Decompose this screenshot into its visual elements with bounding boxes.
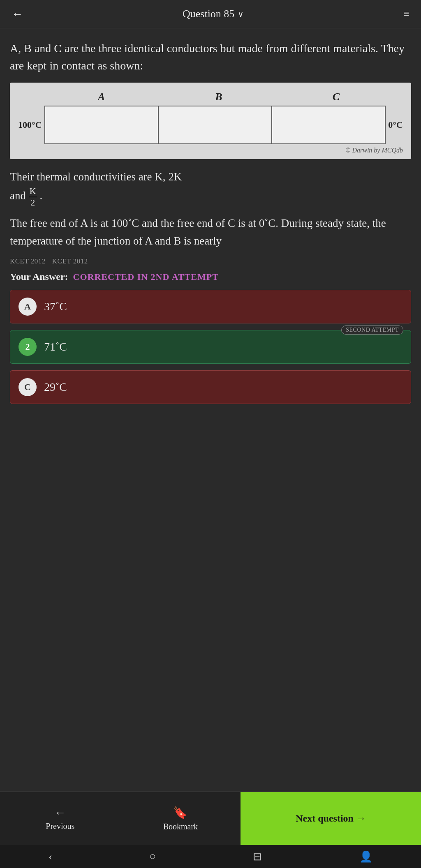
tag-0: KCET 2012 bbox=[10, 257, 46, 265]
header-title[interactable]: Question 85 ∨ bbox=[183, 8, 244, 20]
system-back-icon[interactable]: ‹ bbox=[49, 850, 52, 863]
your-answer-value: CORRECTED IN 2ND ATTEMPT bbox=[73, 272, 219, 282]
diagram-cell-b bbox=[159, 106, 272, 143]
next-question-button[interactable]: Next question → bbox=[241, 792, 421, 845]
next-question-label: Next question → bbox=[296, 813, 366, 824]
bookmark-label: Bookmark bbox=[163, 822, 198, 831]
back-icon: ← bbox=[54, 806, 66, 819]
option-a-badge: A bbox=[19, 298, 37, 316]
second-attempt-badge: SECOND ATTEMPT bbox=[341, 326, 403, 335]
diagram-label-a: A bbox=[43, 91, 160, 103]
previous-label: Previous bbox=[46, 822, 74, 831]
option-2[interactable]: SECOND ATTEMPT 2 71˚C bbox=[10, 330, 411, 364]
tags-row: KCET 2012 KCET 2012 bbox=[10, 257, 411, 265]
chevron-down-icon: ∨ bbox=[238, 9, 244, 19]
option-c-badge: C bbox=[19, 378, 37, 396]
system-menu-icon[interactable]: ⊟ bbox=[253, 850, 262, 863]
bottom-navigation: ← Previous 🔖 Bookmark Next question → bbox=[0, 792, 421, 845]
diagram-copyright: © Darwin by MCQdb bbox=[18, 147, 403, 154]
system-bar: ‹ ○ ⊟ 👤 bbox=[0, 845, 421, 868]
option-a[interactable]: A 37˚C bbox=[10, 290, 411, 323]
option-a-text: 37˚C bbox=[44, 300, 67, 313]
option-c[interactable]: C 29˚C bbox=[10, 370, 411, 404]
bookmark-icon: 🔖 bbox=[173, 806, 187, 820]
diagram-column-labels: A B C bbox=[43, 91, 395, 103]
question-title-text: Question 85 bbox=[183, 8, 234, 20]
content-area: A, B and C are the three identical condu… bbox=[0, 28, 421, 485]
diagram-temp-left: 100°C bbox=[18, 120, 42, 130]
menu-icon[interactable]: ≡ bbox=[403, 8, 409, 20]
previous-button[interactable]: ← Previous bbox=[0, 792, 120, 845]
diagram-cell-a bbox=[45, 106, 159, 143]
diagram-temp-right: 0°C bbox=[388, 120, 403, 130]
question-body-text: The free end of A is at 100˚C and the fr… bbox=[10, 215, 411, 250]
tag-1: KCET 2012 bbox=[52, 257, 88, 265]
header: ← Question 85 ∨ ≡ bbox=[0, 0, 421, 28]
extra-text-conductivities: Their thermal conductivities are K, 2K a… bbox=[10, 168, 411, 208]
your-answer-row: Your Answer: CORRECTED IN 2ND ATTEMPT bbox=[10, 271, 411, 282]
option-2-text: 71˚C bbox=[44, 340, 67, 353]
back-button[interactable]: ← bbox=[12, 7, 23, 21]
diagram: A B C 100°C 0°C © Darwin by MCQdb bbox=[10, 83, 411, 159]
diagram-cells bbox=[44, 106, 386, 144]
diagram-label-c: C bbox=[278, 91, 395, 103]
option-c-text: 29˚C bbox=[44, 381, 67, 394]
fraction-k-over-2: K 2 bbox=[29, 186, 37, 208]
diagram-cell-c bbox=[272, 106, 385, 143]
diagram-grid-row: 100°C 0°C bbox=[18, 106, 403, 144]
your-answer-label: Your Answer: bbox=[10, 271, 68, 282]
system-home-icon[interactable]: ○ bbox=[149, 850, 156, 863]
system-person-icon[interactable]: 👤 bbox=[359, 850, 372, 863]
diagram-label-b: B bbox=[160, 91, 277, 103]
option-2-badge: 2 bbox=[19, 338, 37, 356]
bookmark-button[interactable]: 🔖 Bookmark bbox=[120, 792, 241, 845]
question-text: A, B and C are the three identical condu… bbox=[10, 40, 411, 74]
